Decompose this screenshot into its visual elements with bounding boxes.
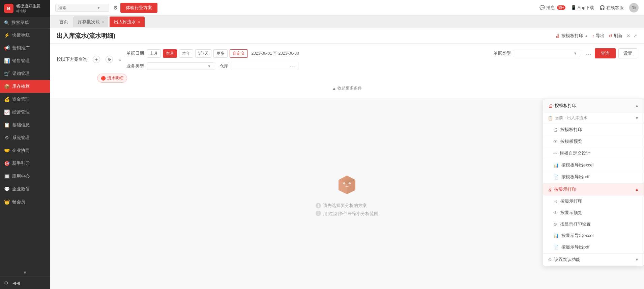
date-filter-field: 单据日期 上月 本月 本年 近7天 更多 自定义 2023-06-01 至 20… — [126, 49, 299, 58]
sidebar-item-purchase[interactable]: 🛒 采购管理 — [0, 67, 50, 80]
bill-type-select[interactable]: ▼ — [513, 50, 580, 57]
system-icon: ⚙ — [4, 135, 9, 140]
topbar-message[interactable]: 💬 消息 99+ — [539, 5, 565, 11]
page-header-actions: 🖨 按模板打印 ▲ ↑ 导出 ↺ 刷新 ✕ ⤢ — [556, 33, 637, 39]
sidebar-scroll-down[interactable]: ▼ — [0, 269, 50, 277]
sidebar-item-marketing[interactable]: 📢 营销推广 — [0, 42, 50, 54]
sidebar-item-label: 销售管理 — [12, 58, 30, 64]
dropdown-item-template-excel[interactable]: 📊 按模板导出excel — [543, 159, 644, 171]
warehouse-dots-icon[interactable]: ··· — [290, 63, 295, 69]
sidebar-item-system[interactable]: ⚙ 系统管理 — [0, 131, 50, 144]
sidebar-item-quick-nav[interactable]: ⚡ 快捷导航 — [0, 29, 50, 42]
topbar-gear-icon[interactable]: ⚙ — [113, 5, 118, 11]
sidebar-item-label: 营销推广 — [12, 45, 30, 51]
sidebar-item-enterprise[interactable]: 🤝 企业协同 — [0, 144, 50, 157]
topbar-right: 💬 消息 99+ 📱 App下载 🎧 在线客服 Rit — [539, 3, 639, 12]
dropdown-item-display-settings[interactable]: ⚙ 按显示打印设置 — [543, 218, 644, 230]
sidebar-item-finance[interactable]: 💰 资金管理 — [0, 93, 50, 106]
sidebar-item-inventory[interactable]: 📦 库存核算 — [0, 80, 50, 93]
query-btn[interactable]: 查询 — [595, 48, 616, 58]
template-excel-label: 按模板导出excel — [561, 162, 593, 168]
dropdown-footer-chevron-icon[interactable]: ▼ — [635, 257, 639, 262]
topbar-search-box[interactable]: ▼ — [55, 4, 109, 12]
refresh-btn[interactable]: ↺ 刷新 — [609, 33, 622, 39]
sidebar: B 畅捷通好生意 标准版 🔍 搜索菜单 ⚡ 快捷导航 📢 营销推广 📊 销售管理… — [0, 0, 50, 289]
ellipsis-btn[interactable]: ... — [586, 50, 592, 56]
warehouse-field: 仓库 ··· — [219, 62, 637, 70]
dropdown-section-display-header[interactable]: 🖨 按显示打印 ▲ — [543, 183, 644, 195]
tab-home[interactable]: 首页 — [55, 17, 72, 27]
dropdown-item-display-pdf[interactable]: 📄 按显示导出pdf — [543, 241, 644, 253]
display-preview-label: 按显示预览 — [560, 210, 582, 216]
date-more-btn[interactable]: 更多 — [213, 49, 228, 58]
template-print-icon: 🖨 — [553, 127, 558, 132]
sidebar-item-sales[interactable]: 📊 销售管理 — [0, 54, 50, 67]
date-this-month-btn[interactable]: 本月 — [163, 49, 177, 58]
refresh-label: 刷新 — [614, 33, 622, 39]
dropdown-item-template-pdf[interactable]: 📄 按模板导出pdf — [543, 171, 644, 183]
dropdown-item-display-preview[interactable]: 👁 按显示预览 — [543, 207, 644, 218]
sidebar-item-basic-info[interactable]: 📋 基础信息 — [0, 119, 50, 131]
settings-btn[interactable]: 设置 — [618, 48, 637, 58]
filter-tag-item[interactable]: 🔴 流水明细 — [97, 74, 127, 83]
empty-icon — [333, 170, 360, 198]
collapse-up-icon: ▲ — [332, 86, 336, 91]
export-btn[interactable]: ↑ 导出 — [592, 33, 605, 39]
sidebar-item-app-center[interactable]: 🔲 应用中心 — [0, 170, 50, 183]
filter-gear-btn[interactable]: ⚙ — [106, 56, 113, 63]
display-excel-label: 按显示导出excel — [561, 233, 593, 239]
business-type-select[interactable]: ▼ — [147, 62, 214, 70]
sidebar-settings-icon[interactable]: ⚙ — [4, 280, 8, 286]
topbar-app-download[interactable]: 📱 App下载 — [571, 5, 594, 11]
filter-collapse-icon[interactable]: « — [118, 57, 121, 62]
dropdown-collapse-icon[interactable]: ▲ — [635, 103, 639, 108]
date-last-month-btn[interactable]: 上月 — [147, 49, 161, 58]
display-pdf-label: 按显示导出pdf — [561, 244, 589, 250]
message-label: 消息 — [546, 5, 555, 11]
sidebar-item-member[interactable]: 👑 畅会员 — [0, 195, 50, 208]
tab-batch-close[interactable]: × — [102, 20, 104, 24]
warehouse-input[interactable]: ··· — [231, 62, 298, 70]
sidebar-item-label: 采购管理 — [12, 71, 30, 77]
display-section-chevron-icon[interactable]: ▲ — [635, 187, 639, 192]
date-7days-btn[interactable]: 近7天 — [195, 49, 212, 58]
dropdown-item-template-print[interactable]: 🖨 按模板打印 — [543, 124, 644, 136]
sidebar-item-label: 经营管理 — [12, 109, 30, 115]
print-chevron-icon: ▲ — [585, 34, 588, 38]
app-download-icon: 📱 — [571, 5, 576, 10]
print-btn[interactable]: 🖨 按模板打印 ▲ — [556, 33, 588, 39]
sidebar-item-operations[interactable]: 📈 经营管理 — [0, 106, 50, 119]
user-avatar[interactable]: Rit — [629, 3, 639, 12]
toolbar-actions: ... 查询 设置 — [586, 48, 637, 58]
dropdown-current-text: 📋 当前：出入库流水 — [548, 115, 587, 121]
tab-home-label: 首页 — [59, 19, 68, 25]
sidebar-collapse-icon[interactable]: ◀◀ — [12, 280, 20, 286]
date-this-year-btn[interactable]: 本年 — [179, 49, 193, 58]
industry-btn[interactable]: 体验行业方案 — [120, 3, 157, 13]
filter-tag-label: 流水明细 — [107, 75, 123, 81]
window-close-btn[interactable]: ✕ — [626, 33, 631, 38]
template-print-label: 按模板打印 — [560, 127, 582, 133]
sidebar-item-enterprise-wx[interactable]: 💬 企业微信 — [0, 183, 50, 195]
topbar-online-service[interactable]: 🎧 在线客服 — [599, 5, 624, 11]
filter-add-btn[interactable]: + — [93, 56, 100, 63]
window-expand-btn[interactable]: ⤢ — [633, 33, 637, 38]
dropdown-footer: ⚙ 设置默认功能 ▼ — [543, 253, 644, 266]
tab-flow-close[interactable]: × — [138, 20, 140, 24]
collapse-more-btn[interactable]: ▲ 收起更多条件 — [57, 83, 637, 94]
dropdown-item-template-preview[interactable]: 👁 按模板预览 — [543, 136, 644, 148]
print-icon: 🖨 — [556, 33, 560, 38]
sidebar-item-label: 快捷导航 — [12, 32, 30, 38]
sales-icon: 📊 — [4, 58, 9, 63]
tab-flow[interactable]: 出入库流水 × — [110, 17, 144, 27]
tab-batch[interactable]: 库存批次账 × — [74, 17, 108, 27]
dropdown-item-display-print[interactable]: 🖨 按显示打印 — [543, 195, 644, 207]
sidebar-search[interactable]: 🔍 搜索菜单 — [0, 17, 50, 29]
topbar-search-input[interactable] — [58, 5, 95, 10]
sidebar-item-guide[interactable]: 🎯 新手引导 — [0, 157, 50, 170]
date-custom-btn[interactable]: 自定义 — [230, 49, 248, 58]
dropdown-item-template-design[interactable]: ✏ 模板自定义设计 — [543, 148, 644, 159]
dropdown-item-display-excel[interactable]: 📊 按显示导出excel — [543, 230, 644, 241]
page-title: 出入库流水(流水明细) — [57, 32, 115, 40]
dropdown-current-chevron-icon[interactable]: ▼ — [635, 116, 639, 121]
